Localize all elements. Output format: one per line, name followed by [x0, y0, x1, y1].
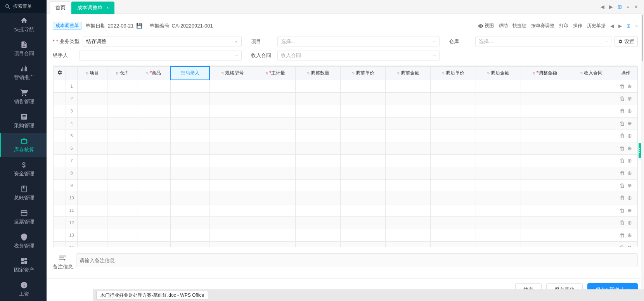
row-unit-cell[interactable]	[255, 241, 296, 247]
row-before-price-cell[interactable]	[341, 130, 386, 142]
row-after-amount-cell[interactable]	[476, 204, 521, 216]
row-before-price-cell[interactable]	[341, 154, 386, 167]
sidebar-item-sales[interactable]: 销售管理	[0, 85, 47, 109]
row-unit-cell[interactable]	[255, 192, 296, 204]
row-income-contract-cell[interactable]	[569, 167, 614, 179]
row-after-price-cell[interactable]	[431, 204, 476, 216]
row-income-contract-cell[interactable]	[569, 105, 614, 117]
row-unit-cell[interactable]	[255, 92, 296, 105]
row-spec-cell[interactable]	[209, 92, 255, 105]
row-project-cell[interactable]	[78, 167, 107, 179]
sidebar-item-invoice[interactable]: 发票管理	[0, 205, 47, 229]
row-adjust-qty-cell[interactable]	[296, 142, 341, 154]
search-menu[interactable]: 搜索菜单	[0, 0, 47, 13]
resize-handle[interactable]	[639, 143, 641, 158]
row-after-price-cell[interactable]	[431, 154, 476, 167]
row-project-cell[interactable]	[78, 241, 107, 247]
toolbar-print[interactable]: 打印	[559, 22, 568, 29]
row-warehouse-cell[interactable]	[107, 229, 137, 241]
row-income-contract-cell[interactable]	[569, 192, 614, 204]
row-spec-cell[interactable]	[209, 117, 255, 130]
row-adjust-amount-cell[interactable]	[521, 105, 569, 117]
row-goods-cell[interactable]	[137, 142, 170, 154]
tab-active[interactable]: 成本调整单 ×	[71, 2, 114, 14]
row-action-cell[interactable]: 🗑 ⊕	[614, 105, 637, 117]
row-adjust-amount-cell[interactable]	[521, 80, 569, 92]
row-before-price-cell[interactable]	[341, 105, 386, 117]
tab-close-icon[interactable]: ×	[106, 5, 109, 10]
row-after-price-cell[interactable]	[431, 130, 476, 142]
row-before-price-cell[interactable]	[341, 241, 386, 247]
row-warehouse-cell[interactable]	[107, 92, 137, 105]
toolbar-shortcut[interactable]: 快捷键	[512, 22, 526, 29]
row-unit-cell[interactable]	[255, 229, 296, 241]
row-adjust-amount-cell[interactable]	[521, 216, 569, 229]
delete-row-icon[interactable]: 🗑	[620, 133, 625, 139]
row-income-contract-cell[interactable]	[569, 204, 614, 216]
row-after-price-cell[interactable]	[431, 241, 476, 247]
row-after-amount-cell[interactable]	[476, 179, 521, 192]
col-spec[interactable]: ⇅规格型号	[209, 66, 255, 80]
row-before-price-cell[interactable]	[341, 229, 386, 241]
row-before-price-cell[interactable]	[341, 92, 386, 105]
sidebar-item-salary[interactable]: 工资	[0, 277, 47, 301]
row-before-price-cell[interactable]	[341, 216, 386, 229]
row-warehouse-cell[interactable]	[107, 192, 137, 204]
row-income-contract-cell[interactable]	[569, 92, 614, 105]
row-adjust-qty-cell[interactable]	[296, 216, 341, 229]
row-action-cell[interactable]: 🗑 ⊕	[614, 80, 637, 92]
row-spec-cell[interactable]	[209, 105, 255, 117]
toolbar-ops[interactable]: 操作	[573, 22, 582, 29]
row-project-cell[interactable]	[78, 229, 107, 241]
row-adjust-amount-cell[interactable]	[521, 117, 569, 130]
delete-row-icon[interactable]: 🗑	[620, 182, 625, 189]
row-after-amount-cell[interactable]	[476, 241, 521, 247]
row-adjust-qty-cell[interactable]	[296, 80, 341, 92]
copy-row-icon[interactable]: ⊕	[627, 95, 632, 102]
copy-row-icon[interactable]: ⊕	[627, 182, 632, 189]
row-before-amount-cell[interactable]	[386, 92, 431, 105]
copy-row-icon[interactable]: ⊕	[627, 133, 632, 139]
row-before-price-cell[interactable]	[341, 167, 386, 179]
row-adjust-qty-cell[interactable]	[296, 167, 341, 179]
row-scan-cell[interactable]	[170, 154, 209, 167]
row-warehouse-cell[interactable]	[107, 179, 137, 192]
row-income-contract-cell[interactable]	[569, 130, 614, 142]
col-adjust-qty[interactable]: ⇅调整数量	[296, 66, 341, 80]
col-adjust-amount[interactable]: ⇅*调整金额	[521, 66, 569, 80]
row-project-cell[interactable]	[78, 204, 107, 216]
row-scan-cell[interactable]	[170, 80, 209, 92]
row-adjust-amount-cell[interactable]	[521, 179, 569, 192]
row-before-amount-cell[interactable]	[386, 105, 431, 117]
row-warehouse-cell[interactable]	[107, 130, 137, 142]
row-unit-cell[interactable]	[255, 142, 296, 154]
row-income-contract-cell[interactable]	[569, 229, 614, 241]
project-input[interactable]: 选择... ···	[277, 36, 440, 47]
col-goods[interactable]: ⇅*商品	[137, 66, 170, 80]
toolbar-nav-prev[interactable]: ◀	[610, 23, 614, 29]
row-spec-cell[interactable]	[209, 216, 255, 229]
row-spec-cell[interactable]	[209, 167, 255, 179]
row-adjust-qty-cell[interactable]	[296, 241, 341, 247]
sidebar-item-funds[interactable]: 资金管理	[0, 157, 47, 181]
tab-prev-icon[interactable]: ◀	[599, 3, 606, 10]
row-adjust-qty-cell[interactable]	[296, 105, 341, 117]
col-warehouse[interactable]: ⇅仓库	[107, 66, 137, 80]
row-unit-cell[interactable]	[255, 167, 296, 179]
row-action-cell[interactable]: 🗑 ⊕	[614, 117, 637, 130]
row-project-cell[interactable]	[78, 216, 107, 229]
toolbar-adjust[interactable]: 按单赛调整	[531, 22, 554, 29]
row-adjust-amount-cell[interactable]	[521, 241, 569, 247]
row-scan-cell[interactable]	[170, 216, 209, 229]
row-before-amount-cell[interactable]	[386, 229, 431, 241]
row-spec-cell[interactable]	[209, 154, 255, 167]
row-action-cell[interactable]: 🗑 ⊕	[614, 216, 637, 229]
row-project-cell[interactable]	[78, 179, 107, 192]
row-after-price-cell[interactable]	[431, 92, 476, 105]
row-before-amount-cell[interactable]	[386, 80, 431, 92]
row-after-price-cell[interactable]	[431, 117, 476, 130]
col-unit[interactable]: ⇅*主计量	[255, 66, 296, 80]
delete-row-icon[interactable]: 🗑	[620, 120, 625, 126]
row-adjust-amount-cell[interactable]	[521, 142, 569, 154]
row-income-contract-cell[interactable]	[569, 142, 614, 154]
